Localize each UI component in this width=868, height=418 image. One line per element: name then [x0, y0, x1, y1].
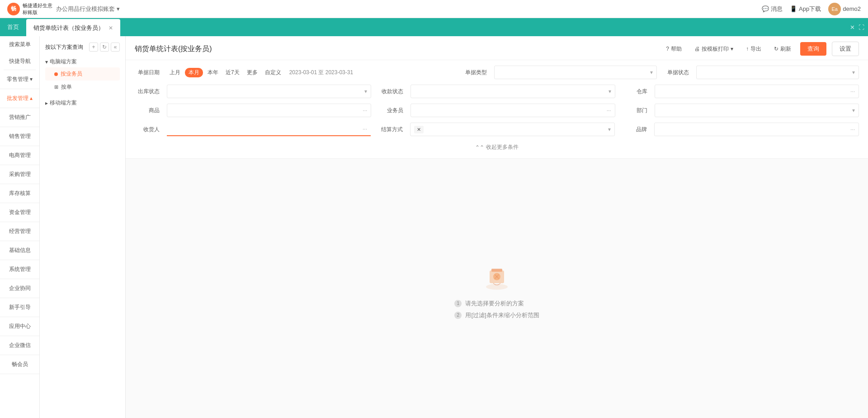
page-title: 销货单统计表(按业务员) — [135, 44, 212, 54]
sidebar-item-wechat[interactable]: 企业微信 — [0, 336, 39, 355]
template-print-dropdown-icon[interactable]: ▾ — [731, 46, 733, 52]
sidebar-item-inventory[interactable]: 库存核算 — [0, 184, 39, 203]
main-layout: 搜索菜单 快捷导航 零售管理 ▾ 批发管理 ▴ 营销推广 销售管理 电商管理 采… — [0, 36, 868, 418]
maximize-icon[interactable]: ⛶ — [859, 24, 864, 31]
scheme-mobile-toggle[interactable]: ▸ 移动端方案 — [45, 97, 120, 109]
sidebar-item-newguide[interactable]: 新手引导 — [0, 298, 39, 317]
department-label: 部门 — [623, 107, 647, 114]
doc-type-label: 单据类型 — [462, 69, 487, 76]
brand-dots-icon: ··· — [850, 126, 855, 133]
refresh-icon: ↻ — [774, 46, 778, 52]
export-icon: ↑ — [746, 46, 749, 52]
salesperson-dots-icon: ··· — [607, 107, 611, 114]
sidebar-item-finance[interactable]: 资金管理 — [0, 203, 39, 222]
scheme-collapse-btn[interactable]: « — [111, 43, 120, 52]
warehouse-select[interactable]: ··· — [655, 85, 859, 98]
date-tabs: 上月 本月 本年 近7天 更多 自定义 — [167, 68, 284, 77]
logo-text: 畅捷通好生意 标账版 — [23, 2, 52, 15]
department-select[interactable]: ▾ — [655, 104, 859, 117]
sidebar-item-ecommerce[interactable]: 电商管理 — [0, 146, 39, 165]
chevron-down-icon: ▾ — [117, 5, 120, 12]
template-print-btn[interactable]: 🖨 按模板打印 ▾ — [691, 43, 737, 55]
top-dropdown[interactable]: 办公用品行业模拟账套 ▾ — [56, 5, 120, 13]
payment-status-dropdown-icon: ▾ — [609, 88, 611, 95]
app-download-btn[interactable]: 📱 App下载 — [790, 5, 821, 13]
sidebar-item-apps[interactable]: 应用中心 — [0, 317, 39, 336]
settle-method-select[interactable]: ✕ ▾ — [410, 123, 615, 136]
scheme-panel: 按以下方案查询 + ↻ « ▾ 电脑端方案 按业务员 ⊞ 按单 — [40, 36, 126, 418]
receiver-label: 收货人 — [135, 126, 160, 133]
grid-icon: ⊞ — [54, 84, 58, 90]
logo-area: 畅 畅捷通好生意 标账版 — [7, 2, 52, 15]
collapse-row: ⌃⌃ 收起更多条件 — [135, 142, 859, 153]
help-btn[interactable]: ? 帮助 — [662, 43, 685, 55]
department-dropdown-icon: ▾ — [852, 107, 855, 114]
date-tab-current-year[interactable]: 本年 — [205, 68, 221, 77]
message-icon: 💬 — [762, 5, 769, 12]
sidebar-item-retail[interactable]: 零售管理 ▾ — [0, 70, 39, 89]
active-dot — [54, 72, 58, 76]
goods-select[interactable]: ··· — [167, 104, 371, 117]
settings-btn[interactable]: 设置 — [832, 42, 859, 56]
content-area: 按以下方案查询 + ↻ « ▾ 电脑端方案 按业务员 ⊞ 按单 — [40, 36, 868, 418]
settle-method-clear-tag[interactable]: ✕ — [414, 126, 424, 133]
sidebar-shortcut[interactable]: 快捷导航 — [0, 53, 39, 70]
sidebar-item-wholesale[interactable]: 批发管理 ▴ — [0, 89, 39, 108]
tab-close-icon[interactable]: ✕ — [108, 25, 113, 31]
query-btn[interactable]: 查询 — [800, 42, 826, 56]
sidebar-item-sales[interactable]: 销售管理 — [0, 127, 39, 146]
help-icon: ? — [666, 46, 669, 52]
sidebar-item-purchase[interactable]: 采购管理 — [0, 165, 39, 184]
collapse-conditions-btn[interactable]: ⌃⌃ 收起更多条件 — [473, 142, 520, 153]
tip-num-2: 2 — [454, 312, 462, 319]
scheme-pc-toggle[interactable]: ▾ 电脑端方案 — [45, 56, 120, 67]
settle-method-dropdown-icon: ▾ — [608, 126, 611, 133]
doc-status-select[interactable]: ▾ — [696, 66, 859, 79]
tab-home[interactable]: 首页 — [0, 18, 26, 36]
brand-select[interactable]: ··· — [654, 123, 859, 136]
scheme-item-by-order[interactable]: ⊞ 按单 — [45, 81, 120, 94]
svg-rect-2 — [491, 269, 502, 271]
sidebar-item-system[interactable]: 系统管理 — [0, 260, 39, 279]
scheme-item-by-staff[interactable]: 按业务员 — [45, 67, 120, 81]
sidebar-search[interactable]: 搜索菜单 — [0, 36, 39, 53]
date-tab-last-month[interactable]: 上月 — [167, 68, 183, 77]
doc-type-select[interactable]: ▾ — [494, 66, 657, 79]
page-header: 销货单统计表(按业务员) ? 帮助 🖨 按模板打印 ▾ ↑ 导出 — [126, 36, 868, 60]
scheme-refresh-btn[interactable]: ↻ — [100, 43, 109, 52]
user-menu[interactable]: Ea demo2 — [828, 3, 861, 15]
scheme-mobile-section: ▸ 移动端方案 — [40, 95, 125, 110]
salesperson-label: 业务员 — [378, 107, 403, 114]
date-tab-current-month[interactable]: 本月 — [185, 68, 203, 77]
sidebar-item-member[interactable]: 畅会员 — [0, 355, 39, 374]
export-btn[interactable]: ↑ 导出 — [742, 43, 765, 55]
receiver-input[interactable]: ··· — [167, 123, 371, 136]
sidebar: 搜索菜单 快捷导航 零售管理 ▾ 批发管理 ▴ 营销推广 销售管理 电商管理 采… — [0, 36, 40, 418]
sidebar-item-enterprise[interactable]: 企业协同 — [0, 279, 39, 298]
sidebar-item-basic[interactable]: 基础信息 — [0, 241, 39, 260]
sidebar-item-marketing[interactable]: 营销推广 — [0, 108, 39, 127]
filter-area: 单据日期 上月 本月 本年 近7天 更多 自定义 2023-03-01 至 20… — [126, 60, 868, 159]
topbar-left: 畅 畅捷通好生意 标账版 办公用品行业模拟账套 ▾ — [7, 2, 120, 15]
date-filter: 上月 本月 本年 近7天 更多 自定义 2023-03-01 至 2023-03… — [167, 68, 455, 77]
date-tab-last7[interactable]: 近7天 — [223, 68, 242, 77]
tab-sales-stat[interactable]: 销货单统计表（按业务员） ✕ — [26, 19, 120, 37]
brand-label: 品牌 — [622, 126, 647, 133]
topbar-right: 💬 消息 📱 App下载 Ea demo2 — [762, 3, 861, 15]
payment-status-label: 收款状态 — [378, 88, 403, 95]
sidebar-item-operations[interactable]: 经营管理 — [0, 222, 39, 241]
date-range-display: 2023-03-01 至 2023-03-31 — [289, 69, 353, 76]
receiver-dots-icon: ··· — [363, 126, 367, 132]
message-btn[interactable]: 💬 消息 — [762, 5, 783, 13]
out-status-select[interactable]: ▾ — [167, 85, 371, 98]
date-tab-more[interactable]: 更多 — [244, 68, 260, 77]
refresh-btn[interactable]: ↻ 刷新 — [770, 43, 795, 55]
filter-row-4: 收货人 ··· 结算方式 ✕ ▾ 品牌 ··· — [135, 123, 859, 136]
salesperson-select[interactable]: ··· — [410, 104, 615, 117]
topbar: 畅 畅捷通好生意 标账版 办公用品行业模拟账套 ▾ 💬 消息 📱 App下载 E… — [0, 0, 868, 18]
doc-type-dropdown-icon: ▾ — [650, 69, 653, 76]
payment-status-select[interactable]: ▾ — [410, 85, 615, 98]
scheme-add-btn[interactable]: + — [89, 43, 98, 52]
close-window-icon[interactable]: ✕ — [850, 24, 855, 31]
date-tab-custom[interactable]: 自定义 — [262, 68, 284, 77]
